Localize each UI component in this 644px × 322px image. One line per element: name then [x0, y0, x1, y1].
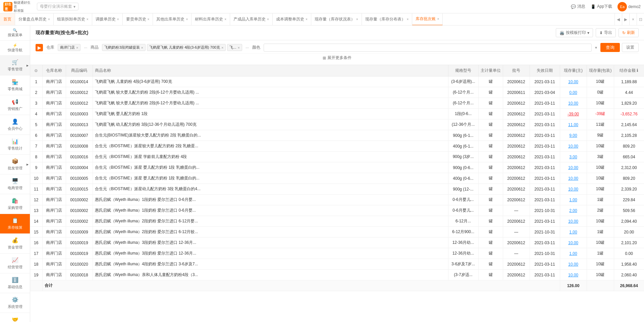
user-area[interactable]: Ea demo2 — [618, 2, 641, 11]
sidebar: 🔍 搜索菜单 ⚡ 快捷导航 🛒 零售管理 ▶ 🏪 零售商城 📢 营销推广 👤 会… — [0, 25, 30, 322]
row-expire: 2021-03-11 — [530, 270, 560, 280]
sidebar-item-management[interactable]: 📈 经营管理 — [0, 254, 30, 273]
close-icon[interactable]: × — [48, 17, 50, 21]
row-expire: 2021-03-11 — [530, 130, 560, 141]
tab-cailiao-chuku[interactable]: 材料出库单历史 × — [192, 13, 230, 25]
close-icon[interactable]: × — [306, 17, 308, 21]
row-stock1[interactable]: 10.00 — [560, 216, 587, 227]
row-stock1[interactable]: 10.00 — [560, 237, 587, 248]
row-stock1[interactable]: 10.00 — [560, 259, 587, 270]
query-btn[interactable]: 查询 — [600, 43, 620, 52]
sidebar-item-purchase[interactable]: 🛍️ 采购管理 — [0, 194, 30, 214]
tab-diaobo[interactable]: 调拨单历史 × — [92, 13, 123, 25]
sidebar-item-ecommerce[interactable]: 🖥️ 电商管理 — [0, 174, 30, 194]
sidebar-item-marketing[interactable]: 📢 营销推广 — [0, 95, 30, 115]
nav-prev-btn[interactable]: ◀ — [614, 13, 622, 25]
template-print-btn[interactable]: 🖨️ 按模板打印 ▾ — [556, 28, 593, 37]
sidebar-item-zero-retail[interactable]: 🛒 零售管理 ▶ — [0, 56, 30, 75]
row-stock1[interactable]: 10.00 — [560, 173, 587, 184]
tab-yaohuo[interactable]: 要货单历史 × — [123, 13, 153, 25]
row-expire: 2021-03-11 — [530, 109, 560, 119]
close-icon[interactable]: × — [356, 17, 358, 21]
remove-goods-tag-1-btn[interactable]: × — [141, 46, 143, 50]
nav-next-btn[interactable]: ▶ — [622, 13, 629, 25]
export-btn[interactable]: ⬇ 导出 — [596, 28, 616, 37]
nav-close-all-btn[interactable]: × — [629, 13, 637, 25]
row-stock1[interactable]: 1.00 — [560, 227, 587, 237]
expand-more-btn[interactable]: ⊞ 展开更多条件 — [36, 53, 639, 62]
row-stock2: 10罐 — [587, 237, 614, 248]
sidebar-search[interactable]: 🔍 搜索菜单 — [0, 25, 30, 41]
tab-xiancun-zhuang[interactable]: 现存量（库存状况表） × — [311, 13, 362, 25]
row-num: 6 — [30, 130, 42, 141]
row-stock1[interactable]: 0.00 — [560, 87, 587, 98]
sidebar-item-member[interactable]: 👤 会员中心 — [0, 115, 30, 135]
close-icon[interactable]: × — [87, 17, 89, 21]
row-stock1[interactable]: 1.00 — [560, 195, 587, 205]
sidebar-shortcut[interactable]: ⚡ 快捷导航 — [0, 41, 30, 56]
color-filter-input[interactable] — [264, 44, 592, 52]
row-stock1[interactable]: 10.00 — [560, 76, 587, 87]
row-batch: 20200612 — [503, 119, 530, 130]
color-arrow-icon[interactable]: ▾ — [595, 45, 597, 50]
row-name: 飞鹤星飞帆 幼儿配方奶粉 3段(12-36个月幼儿适用) 700克 — [93, 119, 448, 130]
tab-xiancun-fenbu[interactable]: 现存量（库存分布表） × — [362, 13, 413, 25]
sidebar-item-finance[interactable]: 💰 资金管理 — [0, 234, 30, 254]
close-icon[interactable]: × — [186, 17, 188, 21]
sidebar-item-inventory[interactable]: 📋 库存核算 — [0, 214, 30, 234]
sidebar-item-enterprise[interactable]: 🤝 企业协同 — [0, 313, 30, 322]
close-icon[interactable]: × — [224, 17, 226, 21]
goods-tag-3: 飞... × — [227, 44, 242, 51]
settings-btn[interactable]: 设置 — [622, 43, 639, 52]
filter-expand-btn[interactable]: ▶ — [36, 44, 43, 51]
tab-chengpin-ruku[interactable]: 产成品入库单历史 × — [230, 13, 273, 25]
row-code: 00100008 — [66, 141, 93, 152]
sidebar-item-zero-shop[interactable]: 🏪 零售商城 — [0, 75, 30, 95]
sidebar-item-zero-stats[interactable]: 📊 零售统计 — [0, 135, 30, 155]
row-stock1[interactable]: 9.00 — [560, 130, 587, 141]
row-stock1[interactable]: 10.00 — [560, 184, 587, 195]
sidebar-item-basic[interactable]: ℹ️ 基础信息 — [0, 273, 30, 293]
workspace-select[interactable]: 母婴行业演示账套 ▾ — [37, 3, 78, 10]
close-icon[interactable]: × — [437, 17, 439, 21]
row-batch: — — [503, 248, 530, 259]
col-settings[interactable]: ⚙ — [30, 65, 42, 76]
goods-more-btn[interactable]: ··· — [246, 45, 249, 50]
row-stock1[interactable]: 10.00 — [560, 141, 587, 152]
tab-fenliang[interactable]: 分量盘点单历史 × — [15, 13, 54, 25]
settings-icon[interactable]: ⚙ — [34, 68, 38, 73]
tab-home[interactable]: 首页 — [0, 13, 15, 25]
row-expire: 2021-03-11 — [530, 162, 560, 173]
tab-zuzhuang[interactable]: 组装拆卸单历史 × — [54, 13, 92, 25]
row-stock1[interactable]: 3.00 — [560, 152, 587, 162]
table-row: 4南岸门店00100003飞鹤星飞帆 婴儿配方奶粉 1段1段(0-6...罐20… — [30, 109, 644, 119]
row-stock1[interactable]: 10.00 — [560, 270, 587, 280]
tab-qita-chuku[interactable]: 其他出库单历史 × — [153, 13, 192, 25]
row-code: 00100020 — [66, 259, 93, 270]
sidebar-item-system[interactable]: ⚙️ 系统管理 — [0, 293, 30, 313]
row-spec: 900g (12-... — [448, 184, 478, 195]
remove-goods-tag-3-btn[interactable]: × — [238, 46, 240, 50]
tab-chengben[interactable]: 成本调整单历史 × — [273, 13, 311, 25]
refresh-btn[interactable]: ↻ 刷新 — [619, 28, 639, 37]
row-stock1[interactable]: 10.00 — [560, 98, 587, 109]
row-stock1[interactable]: 10.00 — [560, 162, 587, 173]
close-icon[interactable]: × — [407, 17, 409, 21]
row-warehouse: 南岸门店 — [42, 109, 66, 119]
row-stock1[interactable]: 11.00 — [560, 119, 587, 130]
sidebar-item-wholesale[interactable]: 📦 批发管理 ▶ — [0, 155, 30, 174]
table-row: 3南岸门店00100012飞鹤星飞帆 较大婴儿配方奶粉 2段(6-12个月婴幼儿… — [30, 98, 644, 109]
row-stock1[interactable]: -39.00 — [560, 109, 587, 119]
message-btn[interactable]: 💬 消息 — [571, 4, 585, 9]
remove-goods-tag-2-btn[interactable]: × — [221, 46, 223, 50]
tab-kucun-pici[interactable]: 库存批次账 × — [412, 13, 443, 25]
app-download-btn[interactable]: 📱 App下载 — [591, 4, 612, 9]
warehouse-more-btn[interactable]: ··· — [84, 45, 87, 50]
row-stock1[interactable]: 1.00 — [560, 248, 587, 259]
close-icon[interactable]: × — [267, 17, 269, 21]
close-icon[interactable]: × — [117, 17, 119, 21]
remove-warehouse-tag-btn[interactable]: × — [76, 46, 78, 50]
nav-max-btn[interactable]: ⊡ — [637, 13, 644, 25]
row-stock1[interactable]: 2.00 — [560, 205, 587, 216]
close-icon[interactable]: × — [148, 17, 150, 21]
